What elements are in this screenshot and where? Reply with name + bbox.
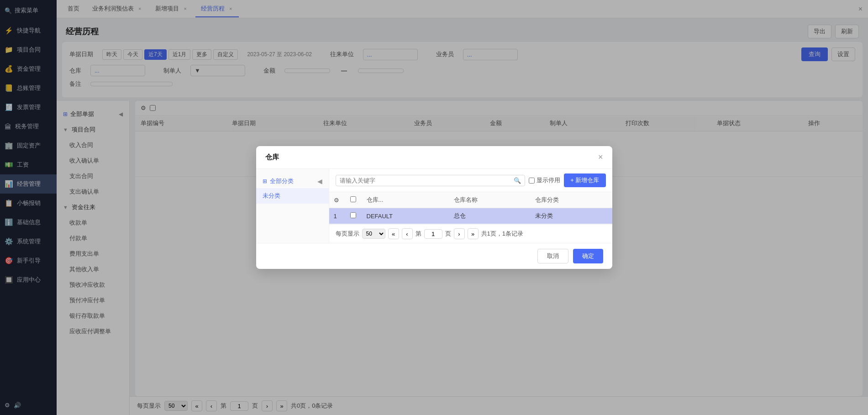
- modal-page-pre-label: 第: [416, 230, 421, 238]
- modal-page-size-label: 每页显示: [336, 230, 359, 238]
- modal-search-box: 🔍: [336, 175, 526, 186]
- category-collapse-btn[interactable]: ◀: [317, 178, 322, 185]
- modal-prev-page-btn[interactable]: ‹: [402, 228, 413, 239]
- modal-total-text: 共1页，1条记录: [481, 230, 523, 238]
- row-category: 未分类: [531, 208, 612, 224]
- row-checkbox[interactable]: [350, 212, 356, 218]
- category-item-unclassified[interactable]: 未分类: [256, 188, 329, 204]
- cancel-button[interactable]: 取消: [537, 249, 568, 263]
- row-code: DEFAULT: [362, 208, 450, 224]
- category-all-label: 全部分类: [270, 177, 294, 185]
- table-row[interactable]: 1 DEFAULT 总仓 未分类: [329, 208, 612, 224]
- modal-table: ⚙ 仓库... 仓库名称 仓库分类 1: [329, 192, 612, 224]
- modal-first-page-btn[interactable]: «: [388, 228, 399, 239]
- category-header[interactable]: ⊞ 全部分类 ◀: [256, 174, 329, 188]
- add-warehouse-button[interactable]: + 新增仓库: [564, 173, 605, 187]
- modal-overlay: 仓库 × ⊞ 全部分类 ◀ 未分类: [0, 0, 868, 415]
- row-index: 1: [329, 208, 346, 224]
- category-panel: ⊞ 全部分类 ◀ 未分类: [256, 169, 329, 243]
- category-unclassified-label: 未分类: [263, 192, 280, 199]
- modal-last-page-btn[interactable]: »: [468, 228, 479, 239]
- modal-title: 仓库: [265, 153, 279, 162]
- show-disabled-text: 显示停用: [537, 176, 560, 184]
- col-settings: ⚙: [329, 192, 346, 208]
- modal-page-label: 页: [445, 230, 451, 238]
- modal-next-page-btn[interactable]: ›: [454, 228, 465, 239]
- col-warehouse-category: 仓库分类: [531, 192, 612, 208]
- modal-header: 仓库 ×: [256, 146, 612, 169]
- col-warehouse-name: 仓库名称: [449, 192, 531, 208]
- row-check: [346, 208, 362, 224]
- col-check: [346, 192, 362, 208]
- col-warehouse-code: 仓库...: [362, 192, 450, 208]
- modal-page-size-select[interactable]: 50 10 20 100: [362, 229, 385, 239]
- modal-close-btn[interactable]: ×: [598, 152, 603, 162]
- modal-content-right: 🔍 显示停用 + 新增仓库 ⚙: [329, 169, 612, 243]
- show-disabled-label[interactable]: 显示停用: [529, 176, 560, 184]
- warehouse-modal: 仓库 × ⊞ 全部分类 ◀ 未分类: [256, 146, 612, 269]
- category-grid-icon: ⊞: [263, 178, 267, 184]
- modal-page-input[interactable]: [424, 229, 442, 239]
- modal-body: ⊞ 全部分类 ◀ 未分类 🔍 显示停用: [256, 169, 612, 243]
- modal-pagination: 每页显示 50 10 20 100 « ‹ 第 页 › » 共1页，1条记录: [329, 224, 612, 243]
- modal-search-input[interactable]: [340, 177, 511, 184]
- show-disabled-checkbox[interactable]: [529, 178, 535, 184]
- row-name: 总仓: [449, 208, 531, 224]
- confirm-button[interactable]: 确定: [573, 249, 603, 263]
- modal-select-all[interactable]: [350, 196, 356, 202]
- modal-footer: 取消 确定: [256, 243, 612, 269]
- modal-table-wrap: ⚙ 仓库... 仓库名称 仓库分类 1: [329, 192, 612, 224]
- modal-search-icon: 🔍: [514, 177, 521, 184]
- modal-toolbar: 🔍 显示停用 + 新增仓库: [329, 169, 612, 192]
